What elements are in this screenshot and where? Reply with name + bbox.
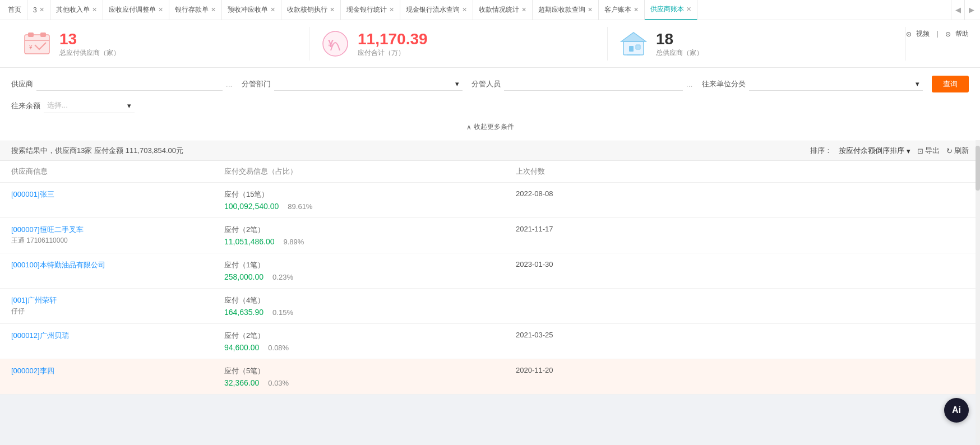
balance-filter-select[interactable]: 选择... ▾: [44, 98, 135, 113]
tab-overdue-query-close[interactable]: ✕: [588, 6, 593, 13]
row6-transaction: 应付（5笔） 32,366.00 0.03%: [224, 366, 516, 387]
nav-prev-button[interactable]: ◀: [951, 0, 964, 20]
table-row: [000002]李四 应付（5笔） 32,366.00 0.03% 2020-1…: [0, 359, 980, 395]
row3-supplier-link[interactable]: [000100]本特勤油品有限公司: [11, 261, 105, 269]
tab-other-income-label: 其他收入单: [56, 5, 90, 15]
tab-home[interactable]: 首页: [2, 0, 27, 20]
card2-label: 应付合计（万）: [358, 48, 428, 58]
category-filter-label: 往来单位分类: [702, 79, 746, 89]
tab-customer-ledger[interactable]: 客户账本 ✕: [599, 0, 645, 20]
filter-area: 供应商 ... 分管部门 ▾ 分管人员 ... 往来单位分类 ▾ 查询 往来: [0, 68, 980, 141]
row2-trans-percent: 9.89%: [284, 238, 304, 246]
filter-balance: 往来余额 选择... ▾: [11, 98, 135, 113]
tab-3[interactable]: 3 ✕: [27, 0, 50, 20]
row5-trans-row: 94,600.00 0.08%: [224, 343, 516, 352]
tab-bank-deposit-close[interactable]: ✕: [211, 6, 216, 13]
tab-cash-bank-stat[interactable]: 现金银行统计 ✕: [341, 0, 400, 20]
query-button[interactable]: 查询: [932, 76, 969, 92]
table-header: 供应商信息 应付交易信息（占比） 上次付数: [0, 161, 980, 183]
person-filter-input[interactable]: [504, 77, 683, 91]
nav-arrows: ◀ ▶: [951, 0, 978, 20]
tab-customer-ledger-label: 客户账本: [604, 5, 631, 15]
row6-lastpay-date: 2020-11-20: [516, 366, 553, 374]
svg-rect-1: [28, 33, 34, 37]
dept-filter-select[interactable]: ▾: [274, 77, 463, 91]
help-link[interactable]: 帮助: [955, 29, 969, 39]
tab-receipt-stat-close[interactable]: ✕: [521, 6, 526, 13]
row4-supplier: [001]广州荣轩 仔仔: [11, 295, 224, 316]
collapse-button[interactable]: ∧ 收起更多条件: [11, 119, 969, 135]
tab-supplier-ledger-label: 供应商账本: [650, 4, 684, 14]
category-filter-select[interactable]: ▾: [749, 77, 923, 91]
supplier-filter-input[interactable]: [36, 77, 223, 91]
tab-supplier-ledger-close[interactable]: ✕: [686, 6, 691, 13]
tab-cash-bank-query[interactable]: 现金银行流水查询 ✕: [400, 0, 473, 20]
tab-receipt-exec[interactable]: 收款核销执行 ✕: [281, 0, 341, 20]
sort-select[interactable]: 按应付余额倒序排序 ▾: [839, 146, 910, 156]
person-dots-icon[interactable]: ...: [686, 80, 693, 89]
row5-lastpay: 2021-03-25: [516, 331, 969, 339]
export-button[interactable]: ⊡ 导出: [917, 146, 940, 156]
row2-lastpay: 2021-11-17: [516, 225, 969, 233]
row2-supplier-link[interactable]: [000007]恒旺二手叉车: [11, 225, 84, 234]
tab-receipt-stat[interactable]: 收款情况统计 ✕: [473, 0, 533, 20]
tab-advance-ar[interactable]: 预收冲应收单 ✕: [222, 0, 281, 20]
refresh-button[interactable]: ↻ 刷新: [946, 146, 969, 156]
tab-other-income[interactable]: 其他收入单 ✕: [50, 0, 103, 20]
filter-person: 分管人员 ...: [471, 77, 693, 91]
row3-lastpay: 2023-01-30: [516, 260, 969, 268]
row1-lastpay: 2022-08-08: [516, 189, 969, 198]
svg-point-5: [323, 31, 348, 56]
row5-supplier-link[interactable]: [000012]广州贝瑞: [11, 331, 69, 340]
dept-chevron-icon: ▾: [455, 80, 459, 88]
row1-supplier-link[interactable]: [000001]张三: [11, 190, 54, 198]
row1-trans-amount[interactable]: 100,092,540.00: [224, 202, 279, 211]
row6-trans-row: 32,366.00 0.03%: [224, 378, 516, 387]
suppliers-icon: ¥: [22, 29, 52, 58]
tab-supplier-ledger[interactable]: 供应商账本 ✕: [645, 0, 697, 20]
header-lastpay: 上次付数: [516, 166, 969, 177]
card1-content: 13 总应付供应商（家）: [59, 30, 120, 58]
collapse-up-icon: ∧: [466, 123, 471, 131]
scrollbar-thumb[interactable]: [976, 146, 980, 191]
nav-next-button[interactable]: ▶: [964, 0, 978, 20]
table-row: [000007]恒旺二手叉车 王通 17106110000 应付（2笔） 11,…: [0, 218, 980, 253]
summary-card-suppliers: ¥ 13 总应付供应商（家）: [11, 27, 309, 61]
row4-supplier-sub: 仔仔: [11, 307, 224, 316]
tab-receipt-exec-close[interactable]: ✕: [330, 6, 335, 13]
tab-other-income-close[interactable]: ✕: [92, 6, 97, 13]
supplier-filter-label: 供应商: [11, 79, 33, 89]
result-bar: 搜索结果中，供应商13家 应付金额 111,703,854.00元 排序： 按应…: [0, 141, 980, 161]
row3-trans-row: 258,000.00 0.23%: [224, 272, 516, 281]
row6-trans-amount[interactable]: 32,366.00: [224, 378, 259, 387]
tab-3-close[interactable]: ✕: [39, 6, 44, 13]
tab-ar-ap-adjust[interactable]: 应收应付调整单 ✕: [103, 0, 169, 20]
row1-trans-percent: 89.61%: [288, 202, 312, 211]
supplier-dots-icon[interactable]: ...: [226, 80, 233, 89]
sort-chevron-icon: ▾: [907, 147, 910, 155]
row5-trans-amount[interactable]: 94,600.00: [224, 343, 259, 352]
video-link[interactable]: 视频: [916, 29, 930, 39]
svg-rect-0: [25, 35, 49, 54]
row4-transaction: 应付（4笔） 164,635.90 0.15%: [224, 295, 516, 317]
row6-supplier: [000002]李四: [11, 366, 224, 376]
tab-advance-ar-close[interactable]: ✕: [270, 6, 275, 13]
tab-home-label: 首页: [8, 5, 21, 15]
svg-text:¥: ¥: [29, 44, 33, 50]
tab-bank-deposit[interactable]: 银行存款单 ✕: [169, 0, 222, 20]
row4-trans-amount[interactable]: 164,635.90: [224, 308, 264, 317]
tab-cash-bank-stat-close[interactable]: ✕: [389, 6, 394, 13]
scrollbar-track: [976, 140, 980, 395]
tab-ar-ap-adjust-close[interactable]: ✕: [158, 6, 163, 13]
row5-trans-label: 应付（2笔）: [224, 331, 516, 341]
row3-trans-amount[interactable]: 258,000.00: [224, 272, 264, 281]
row2-trans-amount[interactable]: 11,051,486.00: [224, 237, 275, 246]
tab-overdue-query[interactable]: 超期应收款查询 ✕: [533, 0, 599, 20]
tab-cash-bank-query-close[interactable]: ✕: [462, 6, 467, 13]
table-row: [000001]张三 应付（15笔） 100,092,540.00 89.61%…: [0, 183, 980, 218]
svg-rect-2: [40, 33, 46, 37]
amount-icon: ¥: [321, 29, 350, 58]
row6-supplier-link[interactable]: [000002]李四: [11, 367, 54, 375]
tab-customer-ledger-close[interactable]: ✕: [634, 6, 639, 13]
row4-supplier-link[interactable]: [001]广州荣轩: [11, 296, 57, 304]
